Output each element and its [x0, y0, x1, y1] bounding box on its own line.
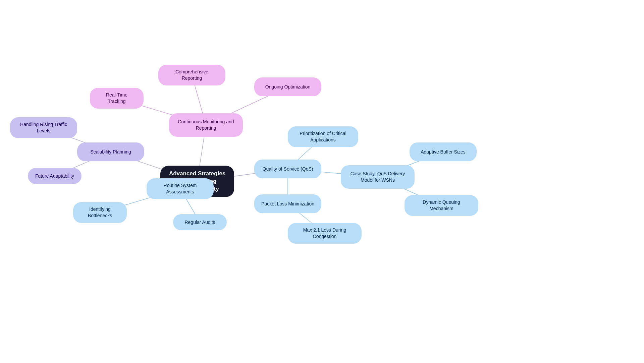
prioritization-node: Prioritization of Critical Applications: [288, 126, 358, 147]
quality-of-service-node: Quality of Service (QoS): [254, 160, 321, 178]
real-time-tracking-label: Real-Time Tracking: [97, 92, 137, 105]
dynamic-queuing-label: Dynamic Queuing Mechanism: [411, 199, 472, 212]
adaptive-buffer-label: Adaptive Buffer Sizes: [421, 149, 466, 155]
regular-audits-node: Regular Audits: [173, 214, 227, 230]
ongoing-optimization-label: Ongoing Optimization: [265, 84, 311, 90]
future-adaptability-label: Future Adaptability: [35, 173, 74, 179]
routine-assessments-label: Routine System Assessments: [153, 182, 207, 195]
packet-loss-node: Packet Loss Minimization: [254, 194, 321, 213]
handling-rising-node: Handling Rising Traffic Levels: [10, 117, 77, 138]
case-study-label: Case Study: QoS Delivery Model for WSNs: [347, 171, 408, 183]
adaptive-buffer-node: Adaptive Buffer Sizes: [410, 142, 477, 161]
identifying-bottlenecks-label: Identifying Bottlenecks: [80, 206, 120, 219]
max-loss-label: Max 2.1 Loss During Congestion: [294, 227, 355, 240]
future-adaptability-node: Future Adaptability: [28, 168, 82, 184]
continuous-monitoring-label: Continuous Monitoring and Reporting: [176, 119, 236, 131]
scalability-planning-node: Scalability Planning: [77, 142, 144, 161]
comprehensive-reporting-node: Comprehensive Reporting: [158, 65, 225, 85]
packet-loss-label: Packet Loss Minimization: [261, 201, 314, 207]
identifying-bottlenecks-node: Identifying Bottlenecks: [73, 202, 127, 223]
continuous-monitoring-node: Continuous Monitoring and Reporting: [169, 113, 243, 137]
comprehensive-reporting-label: Comprehensive Reporting: [165, 69, 219, 81]
quality-of-service-label: Quality of Service (QoS): [263, 166, 313, 172]
max-loss-node: Max 2.1 Loss During Congestion: [288, 223, 362, 244]
real-time-tracking-node: Real-Time Tracking: [90, 88, 144, 109]
ongoing-optimization-node: Ongoing Optimization: [254, 77, 321, 96]
prioritization-label: Prioritization of Critical Applications: [294, 130, 352, 143]
handling-rising-label: Handling Rising Traffic Levels: [17, 121, 70, 134]
dynamic-queuing-node: Dynamic Queuing Mechanism: [405, 195, 478, 216]
regular-audits-label: Regular Audits: [184, 219, 215, 226]
routine-assessments-node: Routine System Assessments: [147, 178, 214, 199]
scalability-planning-label: Scalability Planning: [90, 149, 131, 155]
case-study-node: Case Study: QoS Delivery Model for WSNs: [341, 165, 415, 189]
